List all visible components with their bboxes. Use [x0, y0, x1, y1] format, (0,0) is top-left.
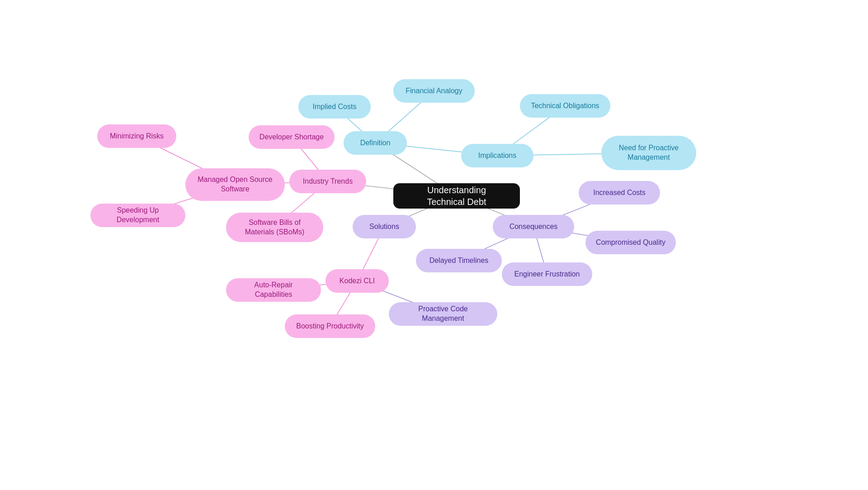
- node-kodezi_cli[interactable]: Kodezi CLI: [326, 269, 389, 293]
- node-financial_analogy[interactable]: Financial Analogy: [393, 79, 475, 103]
- node-speeding_dev[interactable]: Speeding Up Development: [90, 204, 185, 227]
- node-consequences[interactable]: Consequences: [493, 215, 574, 238]
- node-developer_shortage[interactable]: Developer Shortage: [249, 125, 335, 149]
- node-compromised_quality[interactable]: Compromised Quality: [585, 231, 676, 254]
- node-delayed_timelines[interactable]: Delayed Timelines: [416, 249, 502, 272]
- node-center[interactable]: Understanding Technical Debt: [393, 183, 520, 209]
- node-managed_oss[interactable]: Managed Open Source Software: [185, 168, 285, 201]
- node-increased_costs[interactable]: Increased Costs: [579, 181, 660, 205]
- node-solutions[interactable]: Solutions: [353, 215, 416, 238]
- node-technical_obligations[interactable]: Technical Obligations: [520, 94, 610, 118]
- node-software_bills[interactable]: Software Bills of Materials (SBoMs): [226, 213, 323, 242]
- node-implied_costs[interactable]: Implied Costs: [298, 95, 371, 119]
- node-boosting_productivity[interactable]: Boosting Productivity: [285, 314, 375, 338]
- node-engineer_frustration[interactable]: Engineer Frustration: [502, 262, 592, 286]
- node-proactive_code[interactable]: Proactive Code Management: [389, 302, 497, 326]
- node-need_proactive[interactable]: Need for Proactive Management: [601, 136, 696, 170]
- node-minimizing_risks[interactable]: Minimizing Risks: [97, 124, 176, 148]
- node-definition[interactable]: Definition: [344, 131, 407, 155]
- node-industry_trends[interactable]: Industry Trends: [289, 170, 366, 193]
- mindmap-svg: [0, 0, 868, 490]
- node-auto_repair[interactable]: Auto-Repair Capabilities: [226, 278, 321, 302]
- node-implications[interactable]: Implications: [461, 144, 533, 167]
